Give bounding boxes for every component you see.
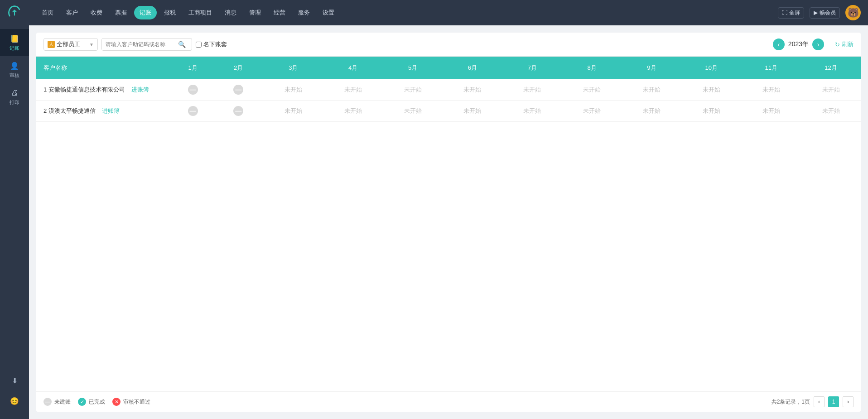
employee-select[interactable]: 人 全部员工 ▼ (43, 38, 98, 51)
avatar[interactable]: 🐻 (845, 5, 861, 20)
col-oct: 10月 (681, 57, 741, 79)
month-cell-2: — (213, 79, 263, 101)
month-cell-8: 未开始 (562, 101, 622, 122)
client-name: 2 漠澳太平畅捷通信 (43, 107, 96, 114)
topbar-item-manage[interactable]: 管理 (244, 6, 266, 19)
refresh-button[interactable]: ↻ 刷新 (835, 40, 854, 48)
my-ledger-label: 名下账套 (203, 40, 227, 48)
table-body: 1 安徽畅捷通信息技术有限公司 进账簿 ——未开始未开始未开始未开始未开始未开始… (36, 79, 861, 122)
ledger-table: 客户名称 1月 2月 3月 4月 5月 6月 7月 8月 9月 (36, 57, 861, 122)
footer: — 未建账 ✓ 已完成 ✕ 审核不通过 共2条记录，1页 ‹ 1 › (36, 391, 861, 412)
enter-ledger-link[interactable]: 进账簿 (102, 107, 120, 114)
member-label: 畅会员 (820, 9, 836, 17)
status-dash-icon: — (233, 85, 243, 95)
search-input[interactable] (102, 39, 174, 50)
topbar-item-service[interactable]: 服务 (293, 6, 315, 19)
not-started-text: 未开始 (463, 107, 481, 114)
col-name: 客户名称 (36, 57, 172, 79)
topbar-item-fee[interactable]: 收费 (85, 6, 108, 19)
month-cell-3: 未开始 (263, 79, 323, 101)
support-icon: 😊 (10, 396, 19, 406)
month-cell-6: 未开始 (443, 79, 502, 101)
topbar-item-operation[interactable]: 经营 (268, 6, 291, 19)
member-button[interactable]: ▶ 畅会员 (810, 7, 840, 19)
topbar-item-client[interactable]: 客户 (61, 6, 83, 19)
topbar-item-ledger[interactable]: 记账 (134, 6, 157, 19)
current-month-circle: 2月 (231, 61, 245, 75)
legend-completed: ✓ 已完成 (78, 398, 105, 406)
topbar-item-biz[interactable]: 工商项目 (183, 6, 217, 19)
sidebar-nav-group: 📒 记账 👤 审核 🖨 打印 (0, 29, 29, 111)
total-text: 共2条记录，1页 (772, 398, 810, 406)
month-cell-7: 未开始 (502, 79, 562, 101)
sidebar-item-ledger[interactable]: 📒 记账 (0, 29, 29, 56)
ledger-icon: 📒 (10, 34, 19, 43)
topbar-item-tax[interactable]: 报税 (159, 6, 181, 19)
col-may: 5月 (383, 57, 443, 79)
month-cell-9: 未开始 (622, 101, 682, 122)
main-area: 首页 客户 收费 票据 记账 报税 工商项目 消息 管理 经营 服务 设置 ⛶ … (29, 0, 868, 419)
table-row: 1 安徽畅捷通信息技术有限公司 进账簿 ——未开始未开始未开始未开始未开始未开始… (36, 79, 861, 101)
my-ledger-checkbox[interactable] (196, 42, 202, 48)
month-cell-1: — (172, 101, 213, 122)
audit-icon: 👤 (10, 61, 19, 71)
not-started-text: 未开始 (822, 107, 840, 114)
month-cell-4: 未开始 (323, 101, 383, 122)
check-icon: ✓ (78, 398, 86, 406)
not-started-text: 未开始 (703, 107, 720, 114)
sidebar-item-audit[interactable]: 👤 审核 (0, 56, 29, 83)
status-dash-icon: — (233, 106, 243, 116)
topbar-item-invoice[interactable]: 票据 (110, 6, 132, 19)
month-cell-2: — (213, 101, 263, 122)
next-year-button[interactable]: › (812, 39, 824, 50)
topbar-item-settings[interactable]: 设置 (317, 6, 340, 19)
sidebar-item-print-label: 打印 (10, 99, 19, 106)
page-1-button[interactable]: 1 (828, 396, 839, 407)
logo (0, 0, 29, 25)
enter-ledger-link[interactable]: 进账簿 (131, 86, 149, 93)
search-button[interactable]: 🔍 (174, 39, 189, 50)
month-cell-6: 未开始 (443, 101, 502, 122)
sidebar-item-download[interactable]: ⬇ (0, 371, 29, 391)
not-started-text: 未开始 (762, 107, 780, 114)
topbar-item-message[interactable]: 消息 (219, 6, 242, 19)
not-started-text: 未开始 (344, 107, 362, 114)
month-cell-10: 未开始 (681, 79, 741, 101)
not-started-text: 未开始 (404, 86, 422, 93)
client-name: 1 安徽畅捷通信息技术有限公司 (43, 86, 125, 93)
legend-not-started: — 未建账 (43, 398, 71, 406)
month-cell-4: 未开始 (323, 79, 383, 101)
employee-icon: 人 (48, 41, 55, 48)
col-jan: 1月 (172, 57, 213, 79)
legend-rejected-label: 审核不通过 (123, 398, 150, 406)
col-mar: 3月 (263, 57, 323, 79)
sidebar-item-print[interactable]: 🖨 打印 (0, 83, 29, 111)
content-area: 人 全部员工 ▼ 🔍 名下账套 ‹ 2023年 › (29, 25, 868, 419)
client-name-cell: 2 漠澳太平畅捷通信 进账簿 (36, 101, 172, 122)
my-ledger-checkbox-wrap[interactable]: 名下账套 (196, 40, 227, 48)
next-page-button[interactable]: › (843, 396, 854, 407)
sidebar-item-support[interactable]: 😊 (0, 391, 29, 412)
not-started-text: 未开始 (822, 86, 840, 93)
prev-year-button[interactable]: ‹ (773, 39, 785, 50)
not-started-text: 未开始 (285, 86, 302, 93)
month-cell-7: 未开始 (502, 101, 562, 122)
not-started-text: 未开始 (523, 107, 541, 114)
month-cell-9: 未开始 (622, 79, 682, 101)
year-label: 2023年 (788, 40, 809, 48)
sidebar-item-audit-label: 审核 (10, 72, 19, 79)
sidebar: 📒 记账 👤 审核 🖨 打印 ⬇ 😊 (0, 0, 29, 419)
prev-page-button[interactable]: ‹ (814, 396, 825, 407)
fullscreen-label: 全屏 (789, 9, 800, 17)
not-started-text: 未开始 (762, 86, 780, 93)
topbar-item-home[interactable]: 首页 (36, 6, 59, 19)
legend-completed-label: 已完成 (89, 398, 105, 406)
employee-label: 全部员工 (57, 40, 87, 48)
fullscreen-button[interactable]: ⛶ 全屏 (778, 7, 804, 19)
month-cell-5: 未开始 (383, 79, 443, 101)
refresh-icon: ↻ (835, 41, 840, 48)
status-dash-icon: — (188, 85, 198, 95)
not-started-text: 未开始 (583, 86, 601, 93)
sidebar-item-ledger-label: 记账 (10, 45, 19, 52)
download-icon: ⬇ (10, 376, 19, 385)
